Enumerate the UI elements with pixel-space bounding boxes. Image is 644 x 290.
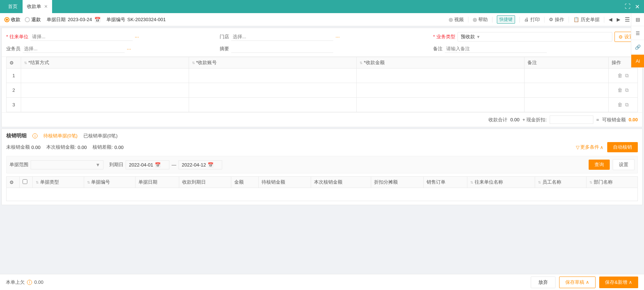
list-view-icon[interactable]: ☰ bbox=[625, 16, 630, 23]
nav-arrow-right[interactable]: ▶ bbox=[617, 17, 620, 22]
discount-input[interactable] bbox=[550, 115, 593, 124]
table-row: 1 🗑 ⧉ bbox=[7, 68, 638, 83]
nav-tab-receipt[interactable]: 收款单 ✕ bbox=[23, 0, 52, 13]
bottom-th-current: 本次核销金额 bbox=[311, 177, 371, 188]
row-1-remark[interactable] bbox=[524, 68, 608, 83]
row-num-2: 2 bbox=[7, 83, 21, 98]
pending-tab[interactable]: 待核销单据(0笔) bbox=[43, 133, 78, 139]
verification-info-icon[interactable]: i bbox=[32, 133, 38, 138]
staff-more-icon[interactable]: ··· bbox=[127, 46, 131, 52]
footer-buttons: 放弃 保存草稿 ∧ 保存&新增 ∧ bbox=[531, 277, 638, 288]
expand-icon[interactable]: ⛶ bbox=[623, 3, 632, 11]
stats-row: 未核销金额 0.00 本次核销金额: 0.00 核销差额: 0.00 ▽ 更多条… bbox=[6, 142, 638, 152]
row-2-account[interactable] bbox=[189, 83, 357, 98]
action-history[interactable]: 📋 历史单据 bbox=[573, 16, 600, 23]
range-select[interactable]: ▼ bbox=[31, 160, 103, 169]
staff-label: 业务员 bbox=[6, 46, 20, 52]
action-shortcut[interactable]: 快捷键 bbox=[497, 15, 515, 24]
filter-row: 单据范围 ▼ 到期日 2022-04-01 📅 — 2022-04-12 📅 查… bbox=[6, 156, 638, 173]
th-remark: 备注 bbox=[524, 57, 608, 68]
completed-tab[interactable]: 已核销单据(0笔) bbox=[83, 133, 118, 139]
radio-receive-label: 收款 bbox=[11, 16, 20, 23]
delete-row-1-icon[interactable]: 🗑 bbox=[617, 72, 623, 78]
copy-row-2-icon[interactable]: ⧉ bbox=[625, 87, 629, 93]
row-num-3: 3 bbox=[7, 98, 21, 112]
summary-label: 摘要 bbox=[220, 46, 229, 52]
counterparty-input[interactable] bbox=[31, 33, 133, 41]
radio-refund[interactable]: 退款 bbox=[25, 16, 41, 23]
verification-header: 核销明细 i 待核销单据(0笔) 已核销单据(0笔) bbox=[6, 133, 638, 139]
row-1-account[interactable] bbox=[189, 68, 357, 83]
bottom-th-salesorder: 销售订单 bbox=[423, 177, 467, 188]
bottom-th-billdate: 单据日期 bbox=[135, 177, 179, 188]
close-window-icon[interactable]: ✕ bbox=[633, 3, 641, 11]
radio-receive[interactable]: 收款 bbox=[4, 16, 20, 23]
action-video[interactable]: ◎ 视频 bbox=[449, 16, 464, 23]
bill-date-label: 单据日期 bbox=[47, 16, 66, 23]
bill-date-value[interactable]: 2023-03-24 bbox=[68, 17, 92, 22]
delete-row-2-icon[interactable]: 🗑 bbox=[617, 87, 623, 93]
side-list-icon[interactable]: ☰ bbox=[631, 27, 644, 40]
close-tab-icon[interactable]: ✕ bbox=[44, 4, 48, 9]
counterparty-label: * 往来单位 bbox=[6, 34, 28, 40]
side-table-icon[interactable]: ▤ bbox=[631, 13, 644, 26]
nav-arrow-left[interactable]: ◀ bbox=[609, 17, 612, 22]
row-2-remark[interactable] bbox=[524, 83, 608, 98]
staff-input[interactable] bbox=[23, 45, 125, 53]
action-help[interactable]: ◎ 帮助 bbox=[473, 16, 488, 23]
copy-row-3-icon[interactable]: ⧉ bbox=[625, 102, 629, 107]
auto-verify-button[interactable]: 自动核销 bbox=[607, 142, 638, 152]
footer-info: 本单上欠 i 0.00 bbox=[6, 279, 43, 286]
row-1-settlement[interactable] bbox=[21, 68, 189, 83]
shortcut-badge: 快捷键 bbox=[497, 15, 515, 24]
business-type-select[interactable]: 预收款 ▼ bbox=[458, 32, 612, 42]
row-2-amount[interactable] bbox=[357, 83, 525, 98]
summary-input[interactable] bbox=[231, 45, 333, 53]
table-settings-col[interactable]: ⚙ bbox=[7, 57, 21, 68]
query-button[interactable]: 查询 bbox=[589, 160, 610, 170]
row-1-amount[interactable] bbox=[357, 68, 525, 83]
delete-row-3-icon[interactable]: 🗑 bbox=[617, 102, 623, 107]
row-3-settlement[interactable] bbox=[21, 98, 189, 112]
remark-input[interactable] bbox=[445, 45, 547, 53]
row-3-remark[interactable] bbox=[524, 98, 608, 112]
row-1-ops: 🗑 ⧉ bbox=[609, 68, 638, 83]
shop-input[interactable] bbox=[231, 33, 333, 41]
bottom-th-type: ⇅ 单据类型 bbox=[33, 177, 84, 188]
divider-4 bbox=[544, 17, 545, 23]
copy-row-1-icon[interactable]: ⧉ bbox=[625, 72, 629, 78]
footer-info-icon[interactable]: i bbox=[27, 280, 32, 285]
row-3-account[interactable] bbox=[189, 98, 357, 112]
toolbar-actions: ◎ 视频 ◎ 帮助 快捷键 🖨 打印 ⚙ 操作 📋 历史单据 ◀ ▶ ☰ bbox=[449, 15, 640, 24]
bottom-header-row: ⚙ ⇅ 单据类型 ⇅ 单据编号 单据日期 收款到期日 金额 待核销金额 本次核销… bbox=[7, 177, 638, 188]
divider-3 bbox=[519, 17, 520, 23]
calendar-icon[interactable]: 📅 bbox=[94, 17, 101, 23]
side-link-icon[interactable]: 🔗 bbox=[631, 41, 644, 54]
table-settings-button[interactable]: 设置 bbox=[613, 159, 635, 170]
toolbar: 收款 退款 单据日期 2023-03-24 📅 单据编号 SK-20230324… bbox=[0, 13, 644, 26]
row-2-settlement[interactable] bbox=[21, 83, 189, 98]
unverified-label: 未核销金额 bbox=[6, 144, 30, 150]
row-3-amount[interactable] bbox=[357, 98, 525, 112]
business-type-field: * 业务类型 预收款 ▼ ⚙ 设置 bbox=[433, 32, 638, 42]
shop-more-icon[interactable]: ··· bbox=[335, 34, 340, 40]
date-to-picker[interactable]: 2022-04-12 📅 bbox=[178, 160, 222, 169]
bottom-th-check[interactable] bbox=[20, 177, 33, 188]
side-frame-icon[interactable]: Ai bbox=[631, 55, 644, 68]
counterparty-field: * 往来单位 ··· bbox=[6, 33, 211, 41]
more-conditions[interactable]: ▽ 更多条件 ∧ bbox=[576, 144, 604, 150]
save-draft-button[interactable]: 保存草稿 ∧ bbox=[559, 277, 596, 288]
counterparty-more-icon[interactable]: ··· bbox=[135, 34, 139, 40]
discard-button[interactable]: 放弃 bbox=[531, 277, 555, 288]
nav-home[interactable]: 首页 bbox=[3, 0, 23, 13]
bottom-th-gear[interactable]: ⚙ bbox=[7, 177, 20, 188]
select-all-checkbox[interactable] bbox=[23, 179, 27, 184]
action-print[interactable]: 🖨 打印 bbox=[524, 16, 540, 23]
form-section: * 往来单位 ··· 门店 ··· * 业务类型 预收款 ▼ ⚙ 设置 bbox=[2, 28, 642, 57]
row-num-1: 1 bbox=[7, 68, 21, 83]
settings-gear-icon: ⚙ bbox=[619, 34, 623, 40]
date-from-picker[interactable]: 2022-04-01 📅 bbox=[126, 160, 169, 169]
current-verify-label: 本次核销金额: bbox=[46, 144, 76, 150]
action-ops[interactable]: ⚙ 操作 bbox=[549, 16, 564, 23]
save-new-button[interactable]: 保存&新增 ∧ bbox=[599, 277, 638, 288]
